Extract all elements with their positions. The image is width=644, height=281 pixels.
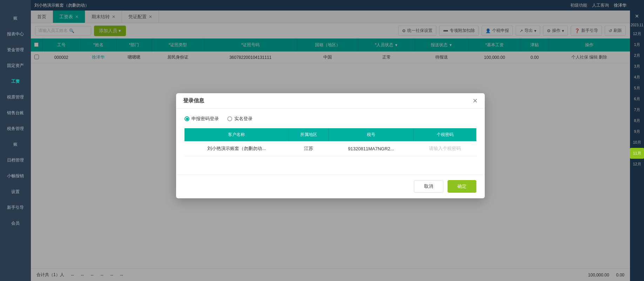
sidebar-item-fixed-assets[interactable]: 固定资产 [0, 58, 31, 74]
password-login-radio[interactable] [185, 116, 189, 121]
right-panel-nov[interactable]: 11月 [630, 148, 644, 159]
login-type-radio-group: 申报密码登录 实名登录 [185, 116, 476, 122]
modal-cell-region: 江苏 [289, 141, 329, 156]
right-panel-aug[interactable]: 8月 [630, 115, 644, 126]
topbar-title: 刘小艳演示账套（勿删勿动） [34, 2, 89, 8]
login-info-modal: 登录信息 ✕ 申报密码登录 实名登录 [176, 93, 485, 198]
sidebar-item-accounting[interactable]: 账 [0, 11, 31, 26]
realname-login-label: 实名登录 [234, 116, 253, 122]
right-panel-apr[interactable]: 4月 [630, 72, 644, 83]
sidebar-item-salary[interactable]: 工资 [0, 74, 31, 89]
right-panel-jan[interactable]: 1月 [630, 39, 644, 50]
modal-cell-tax-number: 91320811MA7NGR2... [329, 141, 414, 156]
right-panel-jul[interactable]: 7月 [630, 104, 644, 115]
sidebar-item-archive[interactable]: 日档管理 [0, 152, 31, 168]
right-panel-mar[interactable]: 3月 [630, 61, 644, 72]
right-panel-dec[interactable]: 12月 [630, 28, 644, 39]
right-panel: ✕ 2023.11 12月 1月 2月 3月 4月 5月 6月 7月 8月 9月… [630, 0, 644, 281]
topbar-status: 初级功能 [570, 2, 587, 8]
right-panel-close[interactable]: ✕ [630, 11, 644, 22]
sidebar-item-vip[interactable]: 会员 [0, 215, 31, 231]
sidebar-item-report-center[interactable]: 报表中心 [0, 26, 31, 42]
confirm-button[interactable]: 确定 [448, 180, 476, 193]
sidebar-item-tax-ticket[interactable]: 税票管理 [0, 89, 31, 105]
realname-login-option[interactable]: 实名登录 [227, 116, 253, 122]
right-panel-feb[interactable]: 2月 [630, 50, 644, 61]
modal-body: 申报密码登录 实名登录 客户名称 所属地区 税号 个税密码 [176, 109, 485, 174]
modal-title: 登录信息 [183, 97, 204, 104]
right-panel-jun[interactable]: 6月 [630, 94, 644, 104]
topbar-help[interactable]: 人工客询 [592, 2, 609, 8]
right-panel-oct[interactable]: 10月 [630, 137, 644, 148]
sidebar: 账 报表中心 资金管理 固定资产 工资 税票管理 销售台账 税务管理 账 日档管… [0, 0, 31, 281]
sidebar-item-guide[interactable]: 新手引导 [0, 200, 31, 215]
main-area: 首页 工资表 ✕ 期末结转 ✕ 凭证配置 ✕ 请输入员工姓名 🔍 添加人员 ▾ … [31, 11, 630, 281]
right-panel-year: 2023.11 [630, 22, 644, 28]
modal-cell-client-name: 刘小艳演示账套（勿删勿动... [185, 141, 289, 156]
modal-table-row: 刘小艳演示账套（勿删勿动... 江苏 91320811MA7NGR2... 请输… [185, 141, 476, 156]
sidebar-item-expense[interactable]: 小畅报销 [0, 168, 31, 184]
realname-login-radio[interactable] [227, 116, 232, 121]
modal-col-tax-password: 个税密码 [414, 128, 476, 141]
modal-login-table: 客户名称 所属地区 税号 个税密码 刘小艳演示账套（勿删勿动... 江苏 913… [185, 128, 476, 156]
sidebar-item-fund-mgmt[interactable]: 资金管理 [0, 42, 31, 58]
topbar-user: 徐泽华 [614, 2, 626, 8]
modal-close-button[interactable]: ✕ [472, 97, 478, 105]
password-login-label: 申报密码登录 [192, 116, 219, 122]
modal-cell-tax-password[interactable]: 请输入个税密码 [414, 141, 476, 156]
cancel-button[interactable]: 取消 [414, 180, 443, 193]
modal-col-tax-number: 税号 [329, 128, 414, 141]
sidebar-item-sales-ledger[interactable]: 销售台账 [0, 105, 31, 121]
modal-col-region: 所属地区 [289, 128, 329, 141]
modal-col-client-name: 客户名称 [185, 128, 289, 141]
right-panel-dec2[interactable]: 12月 [630, 159, 644, 170]
password-login-option[interactable]: 申报密码登录 [185, 116, 219, 122]
modal-overlay: 登录信息 ✕ 申报密码登录 实名登录 [31, 11, 630, 281]
sidebar-item-settings[interactable]: 设置 [0, 184, 31, 200]
right-panel-sep[interactable]: 9月 [630, 126, 644, 137]
sidebar-item-accounts2[interactable]: 账 [0, 137, 31, 152]
sidebar-item-tax-mgmt[interactable]: 税务管理 [0, 121, 31, 137]
modal-footer: 取消 确定 [176, 174, 485, 198]
right-panel-may[interactable]: 5月 [630, 83, 644, 94]
modal-header: 登录信息 ✕ [176, 93, 485, 109]
topbar: 刘小艳演示账套（勿删勿动） 初级功能 人工客询 徐泽华 [31, 0, 630, 11]
